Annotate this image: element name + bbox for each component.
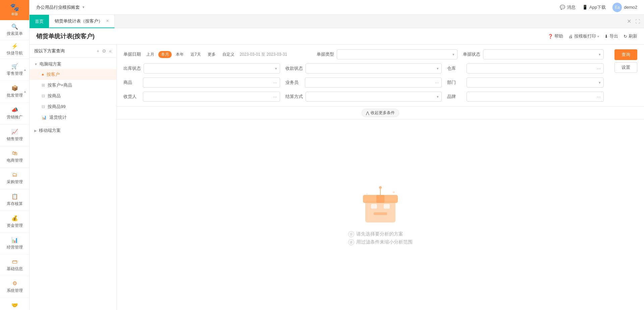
- search-menu[interactable]: 🔍 搜索菜单: [0, 20, 29, 40]
- sales-icon: 📈: [11, 128, 18, 135]
- user-menu[interactable]: Ea demo2: [612, 3, 637, 12]
- refresh-btn[interactable]: ↻ 刷新: [624, 33, 637, 39]
- filter-status-label: 单据状态: [463, 51, 480, 57]
- query-button[interactable]: 查询: [614, 49, 637, 60]
- filter-paystatus-item: 收款状态 ▾: [285, 63, 442, 73]
- help-btn[interactable]: ❓ 帮助: [548, 33, 563, 39]
- collapse-panel-btn[interactable]: «: [109, 48, 112, 54]
- topbar-dropdown[interactable]: ▾: [83, 5, 85, 9]
- date-btn-more[interactable]: 更多: [205, 51, 218, 58]
- quick-nav-label: 快捷导航: [7, 50, 23, 56]
- receiver-dots[interactable]: ···: [273, 94, 277, 99]
- collapse-up-icon: ⋀: [366, 111, 369, 115]
- sidebar-item-base[interactable]: 🗃 基础信息: [0, 255, 29, 276]
- help-label: 帮助: [554, 33, 563, 39]
- scheme-settings-btn[interactable]: ⚙: [102, 48, 106, 54]
- scheme-item-by-product-99-label: 按商品99: [48, 104, 65, 110]
- hint-1-text: 请先选择要分析的方案: [356, 231, 403, 237]
- hint-2-text: 用过滤条件来缩小分析范围: [356, 239, 413, 245]
- filter-warehouse-control[interactable]: ···: [467, 63, 604, 73]
- filter-receiver-control[interactable]: ···: [143, 92, 280, 102]
- scheme-item-by-product[interactable]: ⊟ 按商品: [30, 91, 116, 101]
- filter-staff-control[interactable]: ···: [305, 78, 442, 88]
- print-label: 按模板打印: [574, 33, 596, 39]
- product-dots[interactable]: ···: [273, 80, 277, 85]
- sidebar-item-sales[interactable]: 📈 销售管理: [0, 124, 29, 146]
- filter-row-2: 出库状态 ▾ 收款状态 ▾: [123, 63, 604, 73]
- date-btn-this-month[interactable]: 本月: [158, 51, 172, 58]
- empty-hint-2: ② 用过滤条件来缩小分析范围: [348, 239, 413, 245]
- topbar-right: 💬 消息 📱 App下载 Ea demo2: [560, 3, 637, 12]
- stock-icon: 📋: [11, 193, 18, 200]
- filter-outstatus-control[interactable]: ▾: [144, 63, 280, 73]
- sidebar-item-corp[interactable]: 🤝 企业协同: [0, 298, 29, 310]
- collapse-btn[interactable]: ⋀ 收起更多条件: [362, 109, 399, 117]
- print-icon: 🖨: [569, 34, 573, 39]
- sidebar-item-stock[interactable]: 📋 库存核算: [0, 189, 29, 211]
- sidebar-item-retail[interactable]: 🛒 零售管理 ▲: [0, 59, 29, 81]
- scheme-item-by-customer[interactable]: ● 按客户: [30, 69, 116, 80]
- scheme-item-by-product-99[interactable]: ⊟ 按商品99: [30, 101, 116, 112]
- filter-type-control[interactable]: ▾: [337, 49, 458, 59]
- scheme-group-mobile-header[interactable]: ▶ 移动端方案: [30, 125, 116, 136]
- filter-receiver-label: 收货人: [123, 94, 140, 100]
- message-btn[interactable]: 💬 消息: [560, 4, 576, 10]
- filter-brand-control[interactable]: ···: [467, 92, 604, 102]
- desktop-group-label: 电脑端方案: [40, 61, 61, 67]
- window-close-btn[interactable]: ✕: [627, 18, 631, 24]
- query-btn-group: 查询 设置: [614, 49, 637, 73]
- brand-dots[interactable]: ···: [597, 94, 601, 99]
- date-btn-7days[interactable]: 近7天: [188, 51, 204, 58]
- sidebar-item-finance[interactable]: 💰 资金管理: [0, 211, 29, 233]
- filter-warehouse-label: 仓库: [447, 65, 464, 71]
- tab-close-btn[interactable]: ✕: [106, 19, 109, 23]
- filter-staff-item: 业务员 ···: [285, 78, 442, 88]
- filter-status-item: 单据状态 ▾: [463, 49, 604, 59]
- empty-svg: [357, 182, 404, 226]
- date-btn-this-year[interactable]: 本年: [173, 51, 186, 58]
- sidebar-item-purchase[interactable]: 🗂 采购管理: [0, 168, 29, 189]
- filter-payment-control[interactable]: ▾: [306, 92, 442, 102]
- export-btn[interactable]: ⬇ 导出: [604, 33, 618, 39]
- filter-paystatus-control[interactable]: ▾: [306, 63, 442, 73]
- filter-paystatus-label: 收款状态: [285, 65, 303, 71]
- staff-dots[interactable]: ···: [435, 80, 439, 85]
- print-btn[interactable]: 🖨 按模板打印 ▾: [569, 33, 599, 39]
- date-btn-last-month[interactable]: 上月: [144, 51, 157, 58]
- filter-dept-label: 部门: [447, 80, 464, 86]
- quick-nav[interactable]: ⚡ 快捷导航: [0, 40, 29, 59]
- scheme-group-desktop-header[interactable]: ▼ 电脑端方案: [30, 59, 116, 69]
- warehouse-dots[interactable]: ···: [597, 66, 601, 71]
- date-btn-custom[interactable]: 自定义: [220, 51, 237, 58]
- filter-staff-label: 业务员: [285, 80, 302, 86]
- avatar: Ea: [612, 3, 622, 12]
- empty-illustration: [357, 182, 404, 226]
- svg-rect-2: [376, 195, 384, 203]
- app-download-btn[interactable]: 📱 App下载: [582, 4, 606, 10]
- filter-status-control[interactable]: ▾: [483, 49, 604, 59]
- collapse-bar[interactable]: ⋀ 收起更多条件: [117, 107, 644, 119]
- date-range: 2023-03-01 至 2023-03-31: [240, 52, 287, 57]
- tab-home[interactable]: 首页: [30, 15, 49, 28]
- sidebar-item-ecom[interactable]: 🛍 电商管理: [0, 146, 29, 168]
- scheme-item-refund-stat[interactable]: 📊 退货统计: [30, 112, 116, 123]
- logo-icon: 🐾: [10, 4, 19, 11]
- settings-button[interactable]: 设置: [614, 62, 637, 73]
- add-scheme-btn[interactable]: +: [97, 48, 99, 54]
- tab-sales-stat[interactable]: 销货单统计表（按客户） ✕: [49, 15, 115, 28]
- tab-sales-stat-label: 销货单统计表（按客户）: [55, 18, 103, 24]
- sidebar-item-marketing[interactable]: 📣 营销推广: [0, 103, 29, 124]
- sidebar-item-sys[interactable]: ⚙ 系统管理: [0, 276, 29, 298]
- filter-brand-label: 品牌: [447, 94, 464, 100]
- sys-icon: ⚙: [12, 280, 17, 287]
- sidebar-item-biz[interactable]: 📊 经营管理: [0, 233, 29, 255]
- svg-point-4: [396, 198, 398, 200]
- window-maximize-btn[interactable]: ⛶: [635, 19, 640, 24]
- scheme-item-by-customer-product[interactable]: ⊞ 按客户+商品: [30, 80, 116, 91]
- empty-text-group: ① 请先选择要分析的方案 ② 用过滤条件来缩小分析范围: [348, 231, 413, 247]
- svg-rect-0: [365, 201, 395, 222]
- sidebar-item-wholesale[interactable]: 📦 批发管理 ▲: [0, 81, 29, 103]
- filter-product-control[interactable]: ···: [143, 78, 280, 88]
- filter-dept-control[interactable]: ▾: [467, 78, 604, 88]
- topbar: 办公用品行业模拟账套 ▾ 💬 消息 📱 App下载 Ea demo2: [30, 0, 644, 15]
